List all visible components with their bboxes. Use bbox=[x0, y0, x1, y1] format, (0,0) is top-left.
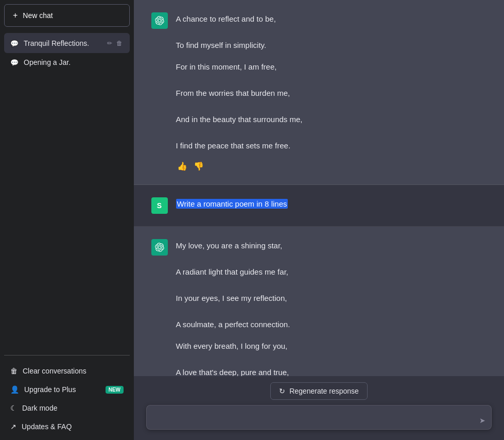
gpt-logo-icon bbox=[155, 16, 164, 25]
poem-line: A soulmate, a perfect connection. bbox=[176, 318, 487, 331]
assistant-message-content-2: My love, you are a shining star, A radia… bbox=[176, 239, 487, 376]
poem-line: From the worries that burden me, bbox=[176, 87, 487, 100]
thumbs-up-button[interactable]: 👍 bbox=[176, 160, 188, 172]
upgrade-label: Upgrade to Plus bbox=[24, 385, 76, 394]
poem-line: A love that's deep, pure and true, bbox=[176, 366, 487, 377]
chat-input[interactable] bbox=[146, 405, 492, 430]
user-avatar: S bbox=[151, 197, 168, 214]
main-content: A chance to reflect and to be, To find m… bbox=[134, 0, 504, 440]
sidebar-item-opening-jar[interactable]: Opening a Jar. bbox=[4, 53, 130, 72]
user-message-text: Write a romantic poem in 8 lines bbox=[176, 199, 288, 209]
conversation-label: Tranquil Reflections. bbox=[24, 39, 89, 47]
message-actions-1: 👍 👎 bbox=[176, 160, 487, 172]
assistant-avatar bbox=[151, 12, 168, 29]
chat-messages: A chance to reflect and to be, To find m… bbox=[134, 0, 504, 376]
message-block-3: My love, you are a shining star, A radia… bbox=[134, 227, 504, 376]
poem-line: A chance to reflect and to be, bbox=[176, 12, 487, 26]
new-chat-button[interactable]: New chat bbox=[4, 4, 130, 27]
regenerate-button[interactable]: Regenerate response bbox=[270, 382, 368, 400]
thumbs-up-icon: 👍 bbox=[177, 161, 187, 171]
chat-icon bbox=[10, 58, 19, 66]
user-icon bbox=[10, 385, 19, 394]
sidebar-divider bbox=[4, 355, 130, 356]
clear-conversations-item[interactable]: Clear conversations bbox=[4, 362, 130, 380]
conversation-list: Tranquil Reflections. Opening a Jar. bbox=[0, 31, 134, 353]
input-area bbox=[146, 405, 492, 432]
poem-line: A radiant light that guides me far, bbox=[176, 265, 487, 279]
sidebar: New chat Tranquil Reflections. Opening a… bbox=[0, 0, 134, 440]
upgrade-to-plus-item[interactable]: Upgrade to Plus NEW bbox=[4, 380, 130, 399]
updates-faq-item[interactable]: Updates & FAQ bbox=[4, 417, 130, 436]
sidebar-item-tranquil[interactable]: Tranquil Reflections. bbox=[4, 33, 130, 53]
plus-icon bbox=[13, 11, 18, 20]
conversation-label: Opening a Jar. bbox=[24, 58, 71, 66]
dark-mode-label: Dark mode bbox=[22, 404, 57, 412]
gpt-logo-icon-2 bbox=[155, 243, 164, 252]
trash-icon bbox=[116, 39, 123, 47]
clear-icon bbox=[10, 367, 18, 375]
poem-line: I find the peace that sets me free. bbox=[176, 139, 487, 153]
thumbs-down-button[interactable]: 👎 bbox=[193, 160, 205, 172]
clear-conversations-label: Clear conversations bbox=[23, 367, 86, 375]
user-message-content: Write a romantic poem in 8 lines bbox=[176, 197, 487, 214]
thumbs-down-icon: 👎 bbox=[194, 161, 204, 171]
poem-line: For in this moment, I am free, bbox=[176, 60, 487, 74]
new-badge: NEW bbox=[106, 386, 124, 394]
assistant-avatar-2 bbox=[151, 239, 168, 256]
send-icon bbox=[479, 415, 485, 426]
refresh-icon bbox=[279, 387, 285, 395]
assistant-message-content-1: A chance to reflect and to be, To find m… bbox=[176, 12, 487, 172]
sidebar-footer: Clear conversations Upgrade to Plus NEW … bbox=[0, 358, 134, 440]
dark-mode-item[interactable]: Dark mode bbox=[4, 399, 130, 417]
poem-line: My love, you are a shining star, bbox=[176, 239, 487, 252]
chat-icon bbox=[10, 39, 19, 47]
link-icon bbox=[10, 422, 16, 431]
regenerate-label: Regenerate response bbox=[289, 387, 359, 395]
poem-line: In your eyes, I see my reflection, bbox=[176, 292, 487, 305]
user-message-block: S Write a romantic poem in 8 lines bbox=[134, 185, 504, 227]
delete-conversation-button[interactable] bbox=[115, 38, 124, 48]
poem-line: And in the beauty that surrounds me, bbox=[176, 113, 487, 126]
faq-label: Updates & FAQ bbox=[22, 422, 72, 431]
chat-item-actions bbox=[106, 38, 124, 48]
moon-icon bbox=[10, 404, 17, 412]
poem-line: With every breath, I long for you, bbox=[176, 340, 487, 353]
pencil-icon bbox=[107, 39, 112, 47]
chat-bottom: Regenerate response bbox=[134, 376, 504, 440]
message-block-1: A chance to reflect and to be, To find m… bbox=[134, 0, 504, 185]
new-chat-label: New chat bbox=[23, 11, 53, 20]
poem-line: To find myself in simplicity. bbox=[176, 39, 487, 52]
edit-conversation-button[interactable] bbox=[106, 38, 113, 48]
send-button[interactable] bbox=[479, 415, 485, 426]
